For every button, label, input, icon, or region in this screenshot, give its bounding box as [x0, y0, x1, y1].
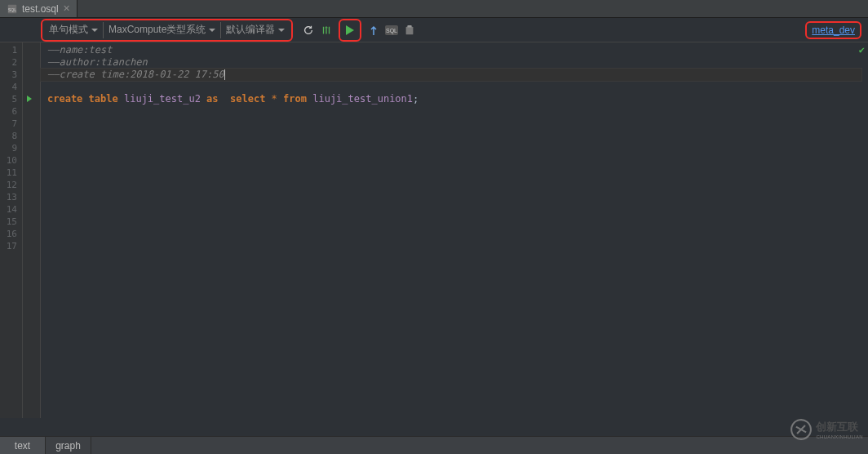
sql-badge-button[interactable]: SQL — [383, 21, 401, 39]
code-line[interactable] — [47, 216, 861, 228]
line-number-gutter: 1234567891011121314151617 — [0, 42, 23, 418]
code-line[interactable] — [47, 105, 861, 118]
svg-rect-4 — [406, 26, 414, 34]
type-system-label: MaxCompute类型系统 — [108, 23, 206, 37]
refresh-button[interactable] — [299, 21, 317, 39]
run-button-highlight — [339, 19, 361, 42]
code-line[interactable] — [47, 240, 861, 252]
statement-mode-label: 单句模式 — [49, 23, 88, 37]
line-number: 1 — [0, 44, 17, 56]
toolbar: 单句模式 MaxCompute类型系统 默认编译器 SQL meta_dev — [0, 18, 868, 42]
chevron-down-icon — [209, 29, 215, 32]
code-line[interactable]: ——author:tianchen — [47, 56, 861, 69]
run-button[interactable] — [341, 21, 359, 39]
code-line[interactable] — [47, 203, 861, 216]
run-marker-gutter[interactable] — [23, 42, 41, 418]
line-number: 2 — [0, 56, 17, 69]
run-marker-icon[interactable] — [27, 96, 32, 102]
line-number: 3 — [0, 69, 17, 81]
bottom-tab-bar: text graph — [0, 436, 868, 454]
code-line[interactable] — [47, 154, 861, 167]
line-number: 8 — [0, 130, 17, 142]
tab-bar: SQL test.osql ✕ — [0, 0, 868, 18]
watermark-logo-icon — [789, 416, 815, 443]
code-line[interactable] — [47, 167, 861, 179]
watermark-text: 创新互联 CHUANXINHULIAN — [816, 420, 863, 439]
code-line[interactable] — [47, 142, 861, 154]
watermark-brand: 创新互联 — [816, 420, 863, 434]
svg-text:SQL: SQL — [386, 28, 397, 34]
line-number: 9 — [0, 142, 17, 154]
paste-button[interactable] — [401, 21, 418, 39]
line-number: 10 — [0, 154, 17, 167]
svg-rect-5 — [408, 24, 412, 27]
line-number: 15 — [0, 216, 17, 228]
editor: 1234567891011121314151617 ✔ ——name:test—… — [0, 42, 868, 418]
line-number: 12 — [0, 179, 17, 191]
line-number: 14 — [0, 203, 17, 216]
code-line[interactable] — [47, 81, 861, 93]
code-line[interactable] — [47, 130, 861, 142]
play-icon — [346, 25, 354, 35]
line-number: 16 — [0, 228, 17, 240]
line-number: 4 — [0, 81, 17, 93]
line-number: 6 — [0, 105, 17, 118]
chevron-down-icon — [278, 29, 285, 32]
code-line[interactable] — [47, 179, 861, 191]
statement-mode-dropdown[interactable]: 单句模式 — [44, 22, 104, 38]
submit-button[interactable] — [365, 21, 383, 39]
mode-dropdown-group: 单句模式 MaxCompute类型系统 默认编译器 — [41, 19, 293, 42]
chevron-down-icon — [91, 29, 98, 32]
status-ok-icon: ✔ — [859, 44, 865, 56]
code-line[interactable] — [47, 228, 861, 240]
compile-button[interactable] — [317, 21, 335, 39]
sql-file-icon: SQL — [7, 3, 18, 15]
line-number: 17 — [0, 240, 17, 252]
line-number: 13 — [0, 191, 17, 203]
code-area[interactable]: ✔ ——name:test——author:tianchen——create t… — [41, 42, 868, 418]
code-line[interactable]: create table liuji_test_u2 as select * f… — [47, 93, 861, 105]
compiler-label: 默认编译器 — [226, 23, 275, 37]
code-line[interactable] — [47, 191, 861, 203]
line-number: 5 — [0, 93, 17, 105]
line-number: 7 — [0, 118, 17, 130]
compiler-dropdown[interactable]: 默认编译器 — [221, 22, 290, 38]
line-number: 11 — [0, 167, 17, 179]
meta-dev-link[interactable]: meta_dev — [812, 24, 855, 36]
meta-dev-link-highlight: meta_dev — [805, 21, 861, 39]
close-tab-icon[interactable]: ✕ — [63, 3, 70, 14]
type-system-dropdown[interactable]: MaxCompute类型系统 — [104, 22, 221, 38]
file-tab[interactable]: SQL test.osql ✕ — [0, 0, 78, 17]
bottom-tab-text[interactable]: text — [0, 437, 46, 454]
bottom-tab-graph[interactable]: graph — [46, 437, 91, 454]
tab-filename: test.osql — [22, 3, 59, 15]
code-line[interactable] — [47, 118, 861, 130]
code-line[interactable]: ——name:test — [47, 44, 861, 56]
svg-text:SQL: SQL — [8, 7, 17, 11]
watermark-sub: CHUANXINHULIAN — [816, 434, 863, 439]
watermark: 创新互联 CHUANXINHULIAN — [790, 418, 863, 441]
code-line[interactable]: ——create time:2018-01-22 17:50 — [41, 69, 861, 81]
